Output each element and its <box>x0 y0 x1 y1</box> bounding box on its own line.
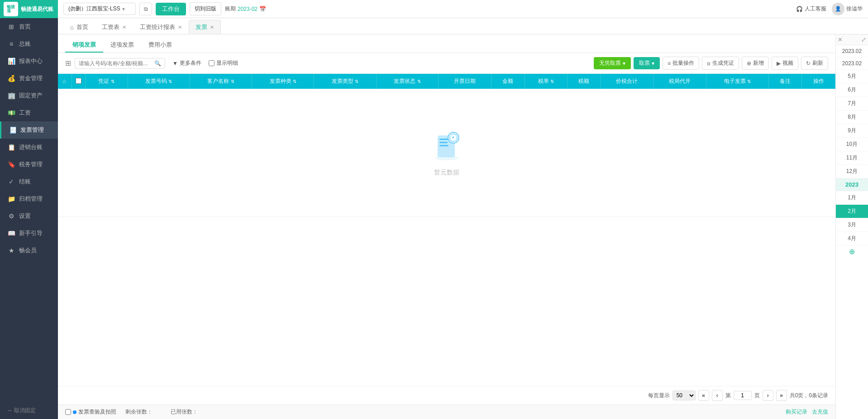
remaining-label: 剩余张数： <box>125 408 153 416</box>
generate-voucher-button[interactable]: ⧈ 生成凭证 <box>702 57 739 70</box>
unpin-button[interactable]: ↔ 取消固定 <box>0 402 58 419</box>
th-customer: 客户名称 ⇅ <box>190 74 252 89</box>
home-tab-icon: ⌂ <box>70 24 74 31</box>
sidebar-item-label: 设置 <box>19 212 31 220</box>
date-m7[interactable]: 7月 <box>836 97 868 111</box>
sidebar-item-label: 归档管理 <box>19 195 43 203</box>
sort-icon: ⇅ <box>293 79 296 84</box>
take-button[interactable]: 取票 ▾ <box>634 57 660 69</box>
company-selector[interactable]: (勿删）江西股宝-LSS ▾ <box>63 3 136 15</box>
date-item-top2[interactable]: 2023.02 <box>836 58 868 70</box>
per-page-select[interactable]: 50 20 100 <box>672 390 696 400</box>
tab-invoice[interactable]: 发票 ✕ <box>189 20 221 34</box>
assets-icon: 🏢 <box>7 92 15 99</box>
user-profile[interactable]: 👤 徐溢华 <box>832 3 863 15</box>
sidebar-item-salary[interactable]: 💵 工资 <box>0 104 58 121</box>
dot-icon <box>73 410 76 414</box>
date-m11[interactable]: 11月 <box>836 151 868 165</box>
ai-service-button[interactable]: 🎧 人工客服 <box>796 5 826 13</box>
close-panel-icon[interactable]: ✕ <box>838 36 843 43</box>
batch-ops-button[interactable]: ≡ 批量操作 <box>663 57 699 70</box>
new-button[interactable]: ⊕ 新增 <box>742 57 769 70</box>
verify-checkbox[interactable] <box>65 409 71 415</box>
sidebar-item-ledger[interactable]: ≡ 总账 <box>0 35 58 53</box>
scroll-down-indicator: ⊕ <box>836 246 868 258</box>
select-all-checkbox[interactable] <box>76 78 81 84</box>
date-m1[interactable]: 1月 <box>836 191 868 205</box>
sidebar-item-sales[interactable]: 📋 进销台账 <box>0 139 58 156</box>
date-item-top1[interactable]: 2023.02 <box>836 45 868 58</box>
used-label: 已用张数： <box>171 408 198 416</box>
sidebar-item-invoice[interactable]: 🧾 发票管理 <box>0 121 58 139</box>
th-tax-total: 价税合计 <box>601 74 653 89</box>
svg-rect-4 <box>439 145 448 146</box>
date-m5[interactable]: 5月 <box>836 70 868 83</box>
sidebar-item-member[interactable]: ★ 畅会员 <box>0 242 58 259</box>
workbench-button[interactable]: 工作台 <box>156 3 186 15</box>
tab-home[interactable]: ⌂ 首页 <box>63 20 95 34</box>
search-icon[interactable]: 🔍 <box>154 60 161 67</box>
sidebar-item-home[interactable]: ⊞ 首页 <box>0 18 58 35</box>
page-suffix: 页 <box>754 392 760 400</box>
sidebar-item-tax[interactable]: 🔖 税务管理 <box>0 156 58 173</box>
show-detail-check[interactable] <box>209 60 215 66</box>
date-m6[interactable]: 6月 <box>836 83 868 97</box>
expand-panel-icon[interactable]: ⤢ <box>861 36 866 43</box>
scroll-down-icon[interactable]: ⊕ <box>849 247 855 256</box>
grid-view-icon[interactable]: ⊞ <box>65 59 71 67</box>
tab-close-salary[interactable]: ✕ <box>122 24 126 30</box>
sidebar-item-report[interactable]: 📊 报表中心 <box>0 53 58 70</box>
more-conditions-button[interactable]: ▼ 更多条件 <box>169 58 205 69</box>
username: 徐溢华 <box>846 5 863 13</box>
tab-close-salary-stats[interactable]: ✕ <box>178 24 182 30</box>
tab-salary[interactable]: 工资表 ✕ <box>95 20 133 34</box>
salary-icon: 💵 <box>7 109 15 116</box>
sidebar-item-settings[interactable]: ⚙ 设置 <box>0 207 58 225</box>
sidebar-item-guide[interactable]: 📖 新手引导 <box>0 225 58 242</box>
period-label: 账期 2023-02 📅 <box>225 5 266 13</box>
prev-page-button[interactable]: ‹ <box>712 390 723 401</box>
last-page-button[interactable]: » <box>776 390 787 401</box>
video-button[interactable]: ▶ 视频 <box>772 57 798 70</box>
date-m4[interactable]: 4月 <box>836 232 868 246</box>
th-star: ☆ <box>58 74 72 89</box>
sub-tab-expense[interactable]: 费用小票 <box>141 38 179 53</box>
th-checkbox <box>72 74 85 89</box>
no-voucher-button[interactable]: 无凭取票 ▾ <box>594 57 631 69</box>
search-input[interactable] <box>79 60 154 67</box>
date-m12[interactable]: 12月 <box>836 165 868 178</box>
show-detail-checkbox[interactable]: 显示明细 <box>209 59 238 67</box>
date-m8[interactable]: 8月 <box>836 111 868 124</box>
toolbar: ⊞ 🔍 ▼ 更多条件 显示明细 无凭 <box>58 53 835 74</box>
sub-tab-sales[interactable]: 销项发票 <box>65 38 103 53</box>
date-m2[interactable]: 2月 <box>836 205 868 218</box>
search-box: 🔍 <box>75 58 165 69</box>
recharge-link[interactable]: 去充值 <box>812 408 828 416</box>
buy-record-link[interactable]: 购买记录 <box>786 408 807 416</box>
tab-close-invoice[interactable]: ✕ <box>210 24 214 30</box>
app-title: 畅捷通易代账 <box>21 6 53 12</box>
switch-version-button[interactable]: 切到旧版 <box>190 2 221 15</box>
sidebar-item-funds[interactable]: 💰 资金管理 <box>0 70 58 87</box>
th-actions: 操作 <box>802 74 835 89</box>
invoice-table: ☆ 凭证 ⇅ 发票号码 ⇅ 客户名称 <box>58 74 835 217</box>
sidebar-item-archive[interactable]: 📁 归档管理 <box>0 190 58 207</box>
refresh-button[interactable]: ↻ 刷新 <box>801 57 828 70</box>
next-page-button[interactable]: › <box>763 390 773 401</box>
sidebar-item-close[interactable]: ✓ 结账 <box>0 173 58 190</box>
date-m10[interactable]: 10月 <box>836 138 868 151</box>
tab-salary-stats[interactable]: 工资统计报表 ✕ <box>133 20 189 34</box>
empty-state: 暂元数据 <box>62 92 832 213</box>
page-input[interactable] <box>734 391 752 400</box>
copy-button[interactable]: ⧉ <box>139 3 152 15</box>
first-page-button[interactable]: « <box>698 390 709 401</box>
per-page-label: 每页显示 <box>648 392 670 400</box>
date-m9[interactable]: 9月 <box>836 124 868 138</box>
avatar: 👤 <box>832 3 844 15</box>
sidebar-item-label: 固定资产 <box>19 92 43 100</box>
empty-illustration <box>429 129 465 165</box>
sub-tab-purchase[interactable]: 进项发票 <box>103 38 141 53</box>
sidebar-item-assets[interactable]: 🏢 固定资产 <box>0 87 58 104</box>
user-icon: 👤 <box>835 6 841 12</box>
date-m3[interactable]: 3月 <box>836 218 868 232</box>
